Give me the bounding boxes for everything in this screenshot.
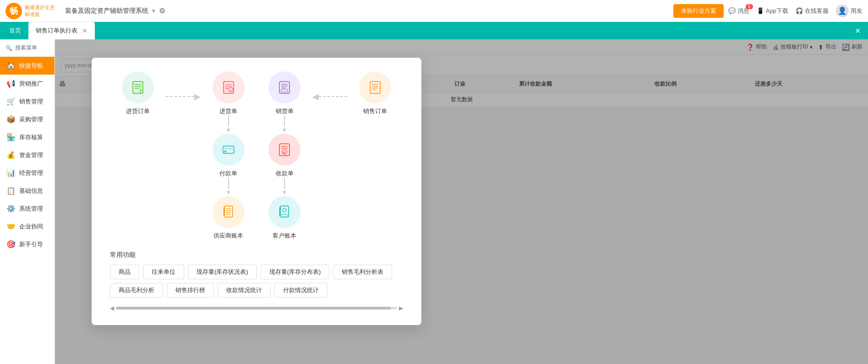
flow-node-supplier-ledger[interactable]: 供应商账本 — [201, 196, 257, 240]
function-btn-0[interactable]: 商品 — [110, 265, 139, 279]
search-menu-button[interactable]: 🔍 搜索菜单 — [0, 39, 55, 57]
content-area: ❓ 帮助 🖨 按模板打印 ▾ ⬆ 导出 🔄 刷新 yyyy-mm-dd 📅 — [55, 39, 868, 364]
tab-bar: 首页 销售订单执行表 ✕ ✕ — [0, 22, 868, 39]
guide-icon: 🎯 — [6, 240, 16, 249]
svg-rect-16 — [370, 81, 380, 93]
header-right: 💬 消息 6 📱 App下载 🎧 在线客服 👤 用友 — [728, 5, 863, 17]
online-service-button[interactable]: 🎧 在线客服 — [796, 7, 829, 15]
operation-icon: 📊 — [6, 168, 16, 177]
modal-box: 进货订单 ▶ ✓ 进货单 — [92, 58, 421, 325]
svg-rect-37 — [279, 207, 280, 216]
sidebar-item-inventory[interactable]: 🏪 库存核算 — [0, 128, 55, 146]
svg-text:✓: ✓ — [229, 88, 233, 92]
flow-node-purchase-slip[interactable]: ✓ 进货单 — [201, 71, 257, 115]
tab-close-icon[interactable]: ✕ — [82, 27, 87, 34]
function-btn-3[interactable]: 现存量(库存分布表) — [261, 265, 330, 279]
main-layout: 🔍 搜索菜单 🏠 快捷导航 📢 营销推广 🛒 销售管理 📦 采购管理 🏪 库存核… — [0, 39, 868, 364]
receipt-slip-label: 收款单 — [276, 169, 294, 178]
svg-point-23 — [224, 151, 226, 152]
function-btn-5[interactable]: 商品毛利分析 — [110, 283, 163, 298]
sidebar-item-marketing[interactable]: 📢 营销推广 — [0, 75, 55, 92]
tab-home[interactable]: 首页 — [2, 22, 28, 39]
purchase-icon: 📦 — [6, 115, 16, 124]
sales-order-tab-label: 销售订单执行表 — [36, 27, 77, 35]
flow-node-payment-slip[interactable]: 付款单 — [201, 134, 257, 178]
function-btn-4[interactable]: 销售毛利分析表 — [333, 265, 392, 279]
scroll-track[interactable] — [116, 307, 397, 310]
svg-rect-34 — [224, 207, 224, 216]
svg-text:¥: ¥ — [283, 151, 285, 155]
common-functions-title: 常用功能 — [110, 251, 403, 259]
function-btn-8[interactable]: 付款情况统计 — [274, 283, 328, 298]
function-buttons: 商品往来单位现存量(库存状况表)现存量(库存分布表)销售毛利分析表商品毛利分析销… — [110, 265, 403, 298]
flow-node-receipt-slip[interactable]: ¥ 收款单 — [257, 134, 312, 178]
system-name: 装备及固定资产辅助管理系统 — [65, 7, 148, 15]
sidebar-item-basic-info[interactable]: 📋 基础信息 — [0, 182, 55, 200]
sidebar-item-system[interactable]: ⚙️ 系统管理 — [0, 200, 55, 217]
sidebar-item-purchase[interactable]: 📦 采购管理 — [0, 110, 55, 128]
customer-ledger-label: 客户账本 — [273, 232, 296, 240]
system-title: 装备及固定资产辅助管理系统 ▾ ⚙ — [65, 6, 669, 15]
message-button[interactable]: 💬 消息 6 — [728, 7, 749, 15]
flow-node-purchase-order[interactable]: 进货订单 — [110, 71, 166, 115]
top-header: 畅 畅康通好生意 标准版 装备及固定资产辅助管理系统 ▾ ⚙ 体验行业方案 💬 … — [0, 0, 868, 22]
purchase-order-icon — [122, 71, 154, 103]
logo-icon: 畅 — [5, 3, 22, 19]
sidebar-item-sales[interactable]: 🛒 销售管理 — [0, 92, 55, 110]
flow-node-sales-order[interactable]: 销售订单 — [347, 71, 403, 115]
experience-button[interactable]: 体验行业方案 — [673, 4, 724, 18]
basic-info-icon: 📋 — [6, 186, 16, 195]
dropdown-icon[interactable]: ▾ — [152, 7, 155, 14]
marketing-icon: 📢 — [6, 79, 16, 88]
download-icon: 📱 — [757, 7, 764, 14]
function-btn-7[interactable]: 收款情况统计 — [218, 283, 271, 298]
message-icon: 💬 — [728, 7, 736, 14]
sales-icon: 🛒 — [6, 97, 16, 106]
inventory-icon: 🏪 — [6, 133, 16, 141]
svg-point-36 — [283, 208, 286, 212]
system-icon: ⚙️ — [6, 204, 16, 213]
tab-bar-close-icon[interactable]: ✕ — [849, 27, 866, 35]
svg-rect-29 — [224, 206, 233, 217]
sidebar-item-guide[interactable]: 🎯 新手引导 — [0, 235, 55, 253]
logo-area: 畅 畅康通好生意 标准版 — [5, 3, 60, 19]
search-icon: 🔍 — [5, 45, 12, 51]
customer-ledger-icon — [268, 196, 300, 228]
sidebar-item-operation[interactable]: 📊 经营管理 — [0, 164, 55, 182]
sidebar-item-enterprise[interactable]: 🤝 企业协同 — [0, 217, 55, 235]
function-btn-1[interactable]: 往来单位 — [143, 265, 184, 279]
modal-overlay[interactable]: 进货订单 ▶ ✓ 进货单 — [55, 39, 868, 364]
supplier-ledger-icon — [213, 196, 245, 228]
sidebar: 🔍 搜索菜单 🏠 快捷导航 📢 营销推广 🛒 销售管理 📦 采购管理 🏪 库存核… — [0, 39, 55, 364]
svg-rect-15 — [281, 89, 288, 92]
function-btn-2[interactable]: 现存量(库存状况表) — [188, 265, 257, 279]
app-download-button[interactable]: 📱 App下载 — [757, 7, 788, 15]
user-button[interactable]: 👤 用友 — [836, 5, 863, 17]
function-btn-6[interactable]: 销售排行榜 — [167, 283, 214, 298]
scroll-right-icon[interactable]: ▶ — [399, 305, 403, 311]
purchase-order-label: 进货订单 — [126, 107, 150, 115]
logo-text: 畅康通好生意 标准版 — [25, 4, 55, 17]
flow-node-sales-slip[interactable]: 销货单 — [257, 71, 312, 115]
svg-point-4 — [140, 90, 143, 93]
avatar: 👤 — [836, 5, 849, 17]
sidebar-item-quick-nav[interactable]: 🏠 快捷导航 — [0, 57, 55, 75]
sales-order-label: 销售订单 — [363, 107, 387, 115]
svg-rect-22 — [223, 148, 234, 150]
home-tab-label: 首页 — [9, 27, 21, 35]
sales-order-icon — [359, 71, 391, 103]
payment-slip-label: 付款单 — [219, 169, 237, 178]
scroll-thumb — [116, 307, 391, 310]
scroll-left-icon[interactable]: ◀ — [110, 305, 114, 311]
gear-icon[interactable]: ⚙ — [159, 6, 165, 15]
modal-scrollbar: ◀ ▶ — [110, 305, 403, 311]
sidebar-item-finance[interactable]: 💰 资金管理 — [0, 146, 55, 164]
common-functions: 常用功能 商品往来单位现存量(库存状况表)现存量(库存分布表)销售毛利分析表商品… — [110, 251, 403, 298]
purchase-slip-label: 进货单 — [219, 107, 237, 115]
flow-node-customer-ledger[interactable]: 客户账本 — [257, 196, 312, 240]
sales-slip-icon — [268, 71, 300, 103]
service-icon: 🎧 — [796, 7, 803, 14]
finance-icon: 💰 — [6, 151, 16, 159]
message-badge: 6 — [746, 4, 753, 9]
tab-sales-order[interactable]: 销售订单执行表 ✕ — [28, 22, 95, 39]
